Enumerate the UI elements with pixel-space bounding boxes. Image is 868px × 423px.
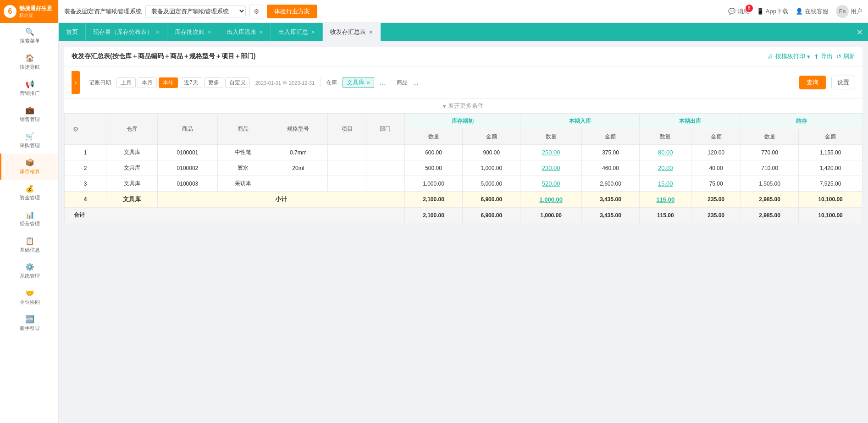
warehouse-tag-wenju[interactable]: 文具库 ✕ xyxy=(343,77,374,88)
in-qty-link[interactable]: 520.00 xyxy=(542,180,560,187)
system-selector[interactable]: 装备及固定资产辅助管理系统 xyxy=(145,5,246,17)
date-shortcuts: 上月 本月 本年 近7天 更多 自定义 xyxy=(116,77,250,88)
out-qty-link[interactable]: 15.00 xyxy=(658,180,673,187)
tab-batch-ledger[interactable]: 库存批次账 ✕ xyxy=(167,23,219,41)
filter-expand-side-button[interactable]: › xyxy=(72,71,80,94)
top-actions: 💬 消息 6 📱 App下载 👤 在线客服 Ea 用户 xyxy=(728,5,862,18)
cell-code: 0100001 xyxy=(158,145,217,160)
date-btn-this-month[interactable]: 本月 xyxy=(138,77,157,88)
cell-out-qty[interactable]: 80.00 xyxy=(640,145,691,160)
date-btn-7days[interactable]: 近7天 xyxy=(180,77,202,88)
close-tab-batch-ledger[interactable]: ✕ xyxy=(207,29,211,35)
remove-warehouse-tag-icon[interactable]: ✕ xyxy=(366,80,370,85)
app-download-button[interactable]: 📱 App下载 xyxy=(757,7,788,16)
footer-close-amt: 10,100.00 xyxy=(799,208,862,223)
out-qty-link[interactable]: 20.00 xyxy=(658,165,673,171)
sidebar-item-base-info[interactable]: 📋 基础信息 xyxy=(0,232,58,258)
cell-out-qty[interactable]: 15.00 xyxy=(640,176,691,192)
sidebar-item-marketing[interactable]: 📢 营销推广 xyxy=(0,75,58,101)
date-label: 记账日期 xyxy=(89,79,111,87)
sidebar-item-quick-nav[interactable]: 🏠 快捷导航 xyxy=(0,49,58,75)
table-footer: 合计 2,100.00 6,900.00 1,000.00 3,435.00 1… xyxy=(65,208,862,223)
date-btn-this-year[interactable]: 本年 xyxy=(159,77,178,88)
sidebar-item-finance[interactable]: 💰 资金管理 xyxy=(0,180,58,206)
close-tab-recv-send-summary[interactable]: ✕ xyxy=(369,29,373,35)
chevron-down-icon: ▾ xyxy=(807,53,810,60)
user-button[interactable]: Ea 用户 xyxy=(836,5,862,18)
sidebar-item-operations[interactable]: 📊 经营管理 xyxy=(0,206,58,232)
operations-icon: 📊 xyxy=(25,210,34,219)
cell-in-qty[interactable]: 250.00 xyxy=(520,145,581,160)
cell-project xyxy=(328,176,366,192)
close-all-tabs-button[interactable]: ✕ xyxy=(851,28,868,37)
filter-divider-1 xyxy=(320,78,321,87)
subtotal-out-qty-link[interactable]: 115.00 xyxy=(656,196,674,203)
refresh-button[interactable]: ↺ 刷新 xyxy=(836,52,855,60)
data-table-wrapper: ⚙ 仓库 商品 商品 规格型号 项目 部门 库存期初 本期入库 本期出库 结存 xyxy=(64,113,862,223)
close-tab-inout-summary[interactable]: ✕ xyxy=(311,29,315,35)
setting-button[interactable]: 设置 xyxy=(831,76,855,89)
footer-open-qty: 2,100.00 xyxy=(404,208,462,223)
date-btn-more[interactable]: 更多 xyxy=(204,77,223,88)
cell-in-qty[interactable]: 520.00 xyxy=(520,176,581,192)
filter-divider-2 xyxy=(391,78,391,87)
cell-in-qty[interactable]: 230.00 xyxy=(520,160,581,176)
tab-recv-send-summary[interactable]: 收发存汇总表 ✕ xyxy=(323,23,381,41)
cell-spec xyxy=(269,176,328,192)
cell-open-amt: 900.00 xyxy=(463,145,520,160)
subtotal-in-qty-link[interactable]: 1,000.00 xyxy=(539,196,563,203)
th-open-qty: 数量 xyxy=(404,129,462,145)
cell-open-qty: 1,000.00 xyxy=(404,176,462,192)
column-settings-icon[interactable]: ⚙ xyxy=(69,123,82,136)
print-button[interactable]: 🖨 按模板打印 ▾ xyxy=(768,52,810,60)
service-icon: 👤 xyxy=(796,8,803,15)
cell-close-qty: 770.00 xyxy=(741,145,798,160)
settings-gear-button[interactable]: ⚙ xyxy=(249,5,263,18)
th-in-amt: 金额 xyxy=(581,129,639,145)
filter-row-main: › 记账日期 上月 本月 本年 近7天 更多 自定义 2023-01-01 至 … xyxy=(72,71,855,94)
export-button[interactable]: ⬆ 导出 xyxy=(814,52,833,60)
cell-no: 2 xyxy=(65,160,106,176)
in-qty-link[interactable]: 230.00 xyxy=(542,165,560,171)
cell-dept xyxy=(366,145,405,160)
cell-no: 1 xyxy=(65,145,106,160)
th-group-inbound: 本期入库 xyxy=(520,114,640,129)
online-service-button[interactable]: 👤 在线客服 xyxy=(796,7,829,16)
close-tab-inout-flow[interactable]: ✕ xyxy=(259,29,263,35)
sidebar-item-new-guide[interactable]: 🆕 新手引导 xyxy=(0,310,58,336)
tab-inout-summary[interactable]: 出入库汇总 ✕ xyxy=(271,23,323,41)
close-tab-stock-dist[interactable]: ✕ xyxy=(155,29,160,35)
purchase-icon: 🛒 xyxy=(25,132,34,141)
trial-button[interactable]: 体验行业方案 xyxy=(267,5,317,18)
date-btn-last-month[interactable]: 上月 xyxy=(116,77,136,88)
in-qty-link[interactable]: 250.00 xyxy=(542,149,560,156)
sidebar-item-system[interactable]: ⚙️ 系统管理 xyxy=(0,258,58,284)
tab-stock-dist[interactable]: 现存量（库存分布表） ✕ xyxy=(86,23,167,41)
th-group-outbound: 本期出库 xyxy=(640,114,741,129)
subtotal-open-qty: 2,100.00 xyxy=(404,192,462,208)
message-button[interactable]: 💬 消息 6 xyxy=(728,7,749,16)
sidebar-item-enterprise[interactable]: 🤝 企业协同 xyxy=(0,284,58,310)
expand-more-conditions-button[interactable]: ▾ 展开更多条件 xyxy=(64,99,862,113)
th-group-closing: 结存 xyxy=(741,114,862,129)
goods-label: 商品 xyxy=(397,79,408,87)
cell-close-amt: 7,525.00 xyxy=(799,176,862,192)
cell-out-qty[interactable]: 20.00 xyxy=(640,160,691,176)
goods-more-button[interactable]: ... xyxy=(413,79,419,86)
warehouse-more-button[interactable]: ... xyxy=(380,79,385,86)
sidebar-item-purchase[interactable]: 🛒 采购管理 xyxy=(0,127,58,154)
date-btn-custom[interactable]: 自定义 xyxy=(225,77,250,88)
sidebar-item-inventory[interactable]: 📦 库存核算 xyxy=(0,154,58,180)
tab-inout-flow[interactable]: 出入库流水 ✕ xyxy=(219,23,271,41)
subtotal-in-qty: 1,000.00 xyxy=(520,192,581,208)
query-button[interactable]: 查询 xyxy=(799,76,826,89)
subtotal-out-qty: 115.00 xyxy=(640,192,691,208)
sidebar-item-sales[interactable]: 💼 销售管理 xyxy=(0,101,58,127)
finance-icon: 💰 xyxy=(25,184,34,193)
out-qty-link[interactable]: 80.00 xyxy=(658,149,673,156)
tab-home[interactable]: 首页 xyxy=(59,23,86,41)
sidebar-item-search[interactable]: 🔍 搜索菜单 xyxy=(0,23,58,49)
refresh-icon: ↺ xyxy=(836,53,841,60)
subtotal-close-amt: 10,100.00 xyxy=(799,192,862,208)
tab-bar: 首页 现存量（库存分布表） ✕ 库存批次账 ✕ 出入库流水 ✕ 出入库汇总 ✕ … xyxy=(59,23,868,41)
